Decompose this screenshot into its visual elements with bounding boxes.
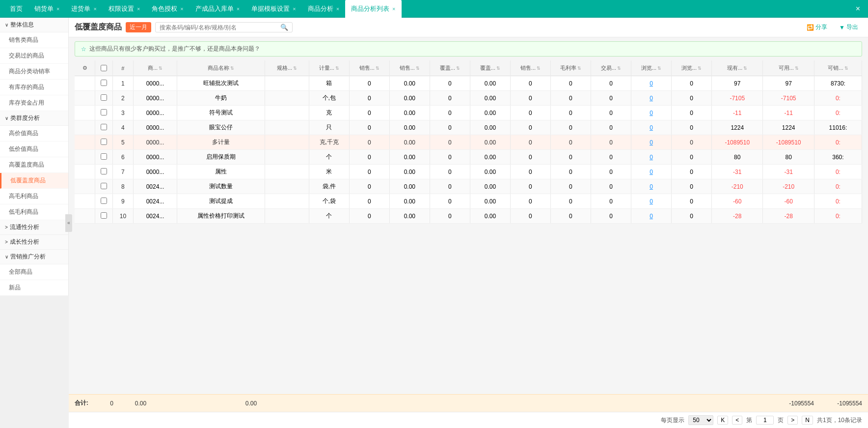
search-input[interactable]	[160, 24, 280, 31]
col-checkbox-header[interactable]	[95, 60, 113, 76]
col-cover2[interactable]: 覆盖...⇅	[470, 60, 510, 76]
select-all-checkbox[interactable]	[101, 65, 107, 71]
export-button[interactable]: ▼ 导出	[835, 22, 862, 33]
sidebar-item-all-goods[interactable]: 全部商品	[0, 264, 68, 280]
browse-link[interactable]: 0	[650, 169, 653, 175]
row-stock3: 0:	[814, 135, 862, 150]
row-sale3: 0	[510, 179, 550, 194]
time-filter-button[interactable]: 近一月	[126, 22, 151, 32]
row-trade: 0	[591, 165, 631, 179]
browse-link[interactable]: 0	[650, 124, 653, 131]
page-size-select[interactable]: 50 100 200	[688, 415, 713, 425]
row-checkbox[interactable]	[101, 212, 107, 219]
nav-goods-list-close[interactable]: ×	[392, 0, 395, 18]
section-circulation[interactable]: > 流通性分析	[0, 220, 68, 235]
nav-purchase[interactable]: 进货单 ×	[65, 0, 102, 18]
col-sale3[interactable]: 销售...⇅	[510, 60, 550, 76]
col-settings[interactable]: ⚙	[75, 60, 95, 76]
row-gross: 0	[550, 179, 591, 194]
row-browse2: 0	[672, 165, 712, 179]
nav-role[interactable]: 角色授权 ×	[146, 0, 189, 18]
nav-permission[interactable]: 权限设置 ×	[103, 0, 146, 18]
browse-link[interactable]: 0	[650, 213, 653, 220]
col-cover1[interactable]: 覆盖...⇅	[430, 60, 470, 76]
nav-template-close[interactable]: ×	[293, 0, 296, 18]
section-growth[interactable]: > 成长性分析	[0, 235, 68, 250]
next-page-btn[interactable]: >	[787, 416, 798, 425]
sidebar-item-stock-fund[interactable]: 库存资金占用	[0, 95, 68, 111]
sidebar-item-stocked-goods[interactable]: 有库存的商品	[0, 80, 68, 95]
browse-link[interactable]: 0	[650, 80, 653, 87]
browse-link[interactable]: 0	[650, 154, 653, 161]
row-checkbox[interactable]	[101, 183, 107, 189]
col-unit[interactable]: 计量...⇅	[309, 60, 349, 76]
section-marketing[interactable]: ∨ 营销推广分析	[0, 250, 68, 264]
nav-purchase-close[interactable]: ×	[93, 0, 96, 18]
row-spec	[265, 135, 309, 150]
browse-link[interactable]: 0	[650, 110, 653, 116]
sidebar-item-traded-goods[interactable]: 交易过的商品	[0, 48, 68, 64]
row-checkbox[interactable]	[101, 80, 107, 86]
sidebar-item-low-value[interactable]: 低价值商品	[0, 142, 68, 157]
section-overall[interactable]: ∨ 整体信息	[0, 18, 68, 32]
col-code[interactable]: 商...⇅	[133, 60, 177, 76]
nav-warehouse-close[interactable]: ×	[237, 0, 240, 18]
col-browse1[interactable]: 浏览...⇅	[631, 60, 672, 76]
sidebar-item-new-goods[interactable]: 新品	[0, 280, 68, 296]
row-checkbox[interactable]	[101, 198, 107, 204]
row-stock3: 0:	[814, 194, 862, 209]
browse-link[interactable]: 0	[650, 95, 653, 102]
nav-role-close[interactable]: ×	[180, 0, 183, 18]
row-checkbox[interactable]	[101, 109, 107, 115]
page-number-input[interactable]	[756, 416, 774, 425]
col-gross[interactable]: 毛利率⇅	[550, 60, 591, 76]
sidebar-item-high-profit[interactable]: 高毛利商品	[0, 189, 68, 204]
col-stock3[interactable]: 可销...⇅	[814, 60, 862, 76]
row-name: 属性	[177, 165, 265, 179]
row-stock3: 11016:	[814, 120, 862, 135]
checkbox-cell	[95, 135, 113, 150]
nav-permission-close[interactable]: ×	[137, 0, 140, 18]
sidebar-item-category-rate[interactable]: 商品分类动销率	[0, 64, 68, 80]
col-sale2[interactable]: 销售...⇅	[389, 60, 430, 76]
search-icon[interactable]: 🔍	[280, 24, 288, 31]
nav-warehouse[interactable]: 产成品入库单 ×	[190, 0, 245, 18]
row-checkbox[interactable]	[101, 139, 107, 145]
nav-close-all[interactable]: ×	[852, 4, 864, 13]
section-cluster[interactable]: ∨ 类群度分析	[0, 111, 68, 126]
last-page-btn[interactable]: N	[802, 416, 813, 425]
nav-template[interactable]: 单据模板设置 ×	[245, 0, 301, 18]
nav-goods-analysis-close[interactable]: ×	[336, 0, 339, 18]
row-num: 6	[113, 150, 134, 165]
row-checkbox[interactable]	[101, 168, 107, 174]
browse-link[interactable]: 0	[650, 139, 653, 146]
share-button[interactable]: 🔁 分享	[803, 22, 831, 33]
sidebar-item-sales-goods[interactable]: 销售类商品	[0, 32, 68, 48]
col-trade[interactable]: 交易...⇅	[591, 60, 631, 76]
nav-goods-list[interactable]: 商品分析列表 ×	[345, 0, 401, 18]
browse-link[interactable]: 0	[650, 183, 653, 190]
col-stock1[interactable]: 现有...⇅	[712, 60, 763, 76]
prev-page-btn[interactable]: <	[732, 416, 742, 425]
row-checkbox[interactable]	[101, 94, 107, 101]
row-checkbox[interactable]	[101, 153, 107, 160]
sidebar-collapse-btn[interactable]: «	[65, 214, 72, 232]
sidebar-item-low-coverage[interactable]: 低覆盖度商品	[0, 173, 68, 189]
col-stock2[interactable]: 可用...⇅	[763, 60, 814, 76]
nav-sales[interactable]: 销货单 ×	[28, 0, 65, 18]
col-name[interactable]: 商品名称⇅	[177, 60, 265, 76]
table-container[interactable]: ⚙ # 商...⇅ 商品名称⇅ 规格...⇅	[69, 60, 868, 394]
nav-sales-close[interactable]: ×	[56, 0, 59, 18]
col-spec[interactable]: 规格...⇅	[265, 60, 309, 76]
browse-link[interactable]: 0	[650, 198, 653, 205]
sidebar-item-low-profit[interactable]: 低毛利商品	[0, 204, 68, 220]
col-browse2[interactable]: 浏览...⇅	[672, 60, 712, 76]
col-sale1[interactable]: 销售...⇅	[349, 60, 389, 76]
nav-home[interactable]: 首页	[4, 0, 28, 18]
first-page-btn[interactable]: K	[717, 416, 728, 425]
nav-goods-analysis[interactable]: 商品分析 ×	[302, 0, 345, 18]
row-checkbox[interactable]	[101, 124, 107, 130]
sidebar-item-high-coverage[interactable]: 高覆盖度商品	[0, 157, 68, 173]
sidebar-item-high-value[interactable]: 高价值商品	[0, 126, 68, 142]
nav-home-label: 首页	[10, 0, 23, 18]
